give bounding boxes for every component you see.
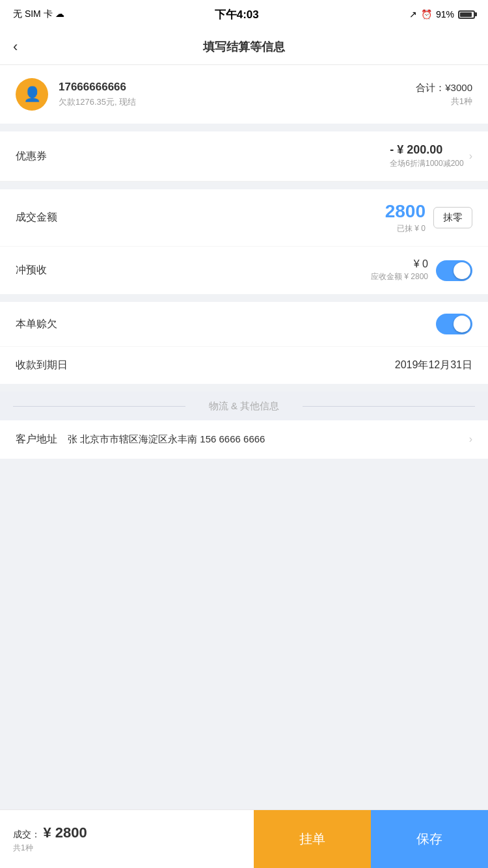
bottom-summary: 成交： ¥ 2800 共1种 <box>0 810 254 868</box>
gray-spacer <box>0 459 488 576</box>
debt-row: 本单赊欠 <box>0 302 488 347</box>
debt-toggle-knob <box>454 316 470 332</box>
transaction-amount: 2800 <box>385 201 426 222</box>
total-label: 合计：¥3000 <box>416 82 472 94</box>
customer-info: 17666666666 欠款1276.35元, 现结 <box>59 81 136 108</box>
transaction-label: 成交金额 <box>16 211 57 224</box>
bottom-summary-label: 成交： <box>13 829 40 839</box>
debt-toggle[interactable] <box>436 314 472 334</box>
debt-section: 本单赊欠 收款到期日 2019年12月31日 <box>0 302 488 384</box>
status-time: 下午4:03 <box>215 7 259 22</box>
total-count: 共1种 <box>416 96 472 107</box>
bottom-summary-amount: ¥ 2800 <box>43 824 87 841</box>
pre-receive-toggle[interactable] <box>436 260 472 281</box>
coupon-info: - ¥ 200.00 全场6折满1000减200 <box>390 143 463 169</box>
alarm-icon: ⏰ <box>421 9 432 20</box>
due-date-row: 收款到期日 2019年12月31日 <box>0 347 488 384</box>
transaction-right: 2800 已抹 ¥ 0 抹零 <box>385 201 472 234</box>
divider-line-right <box>303 406 475 407</box>
pre-amount: ¥ 0 <box>371 258 428 270</box>
coupon-amount: - ¥ 200.00 <box>390 143 463 157</box>
round-button[interactable]: 抹零 <box>433 207 472 228</box>
bottom-bar: 成交： ¥ 2800 共1种 挂单 保存 <box>0 809 488 868</box>
main-content: 👤 17666666666 欠款1276.35元, 现结 合计：¥3000 共1… <box>0 65 488 634</box>
pre-sub: 应收金额 ¥ 2800 <box>371 271 428 282</box>
sim-text: 无 SIM 卡 ☁ <box>13 8 64 20</box>
divider-text: 物流 & 其他信息 <box>209 400 279 413</box>
location-icon: ↗ <box>409 9 417 20</box>
coupon-desc: 全场6折满1000减200 <box>390 158 463 169</box>
coupon-right: - ¥ 200.00 全场6折满1000减200 › <box>390 143 472 169</box>
bottom-summary-count: 共1种 <box>13 843 241 854</box>
address-chevron-icon: › <box>469 433 472 445</box>
back-button[interactable]: ‹ <box>8 33 23 61</box>
coupon-chevron-icon: › <box>469 150 472 162</box>
customer-sub: 欠款1276.35元, 现结 <box>59 96 136 108</box>
address-row[interactable]: 客户地址 张 北京市市辖区海淀区永丰南 156 6666 6666 › <box>0 420 488 459</box>
bottom-summary-row: 成交： ¥ 2800 <box>13 824 241 841</box>
transaction-amount-col: 2800 已抹 ¥ 0 <box>385 201 426 234</box>
status-bar: 无 SIM 卡 ☁ 下午4:03 ↗ ⏰ 91% <box>0 0 488 29</box>
due-date-label: 收款到期日 <box>16 359 68 372</box>
pre-receive-right: ¥ 0 应收金额 ¥ 2800 <box>371 258 472 282</box>
pre-amount-col: ¥ 0 应收金额 ¥ 2800 <box>371 258 428 282</box>
status-left: 无 SIM 卡 ☁ <box>13 8 64 20</box>
coupon-row[interactable]: 优惠券 - ¥ 200.00 全场6折满1000减200 › <box>0 131 488 182</box>
avatar-icon: 👤 <box>23 86 41 103</box>
debt-label: 本单赊欠 <box>16 318 57 331</box>
transaction-section: 成交金额 2800 已抹 ¥ 0 抹零 冲预收 ¥ 0 应收金额 ¥ 2800 <box>0 189 488 294</box>
pre-receive-label: 冲预收 <box>16 264 47 277</box>
customer-right: 合计：¥3000 共1种 <box>416 82 472 107</box>
save-button[interactable]: 保存 <box>371 810 488 868</box>
address-value: 张 北京市市辖区海淀区永丰南 156 6666 6666 <box>68 432 464 447</box>
battery-icon <box>458 10 475 19</box>
battery-percent: 91% <box>436 9 454 20</box>
customer-phone: 17666666666 <box>59 81 136 94</box>
page-title: 填写结算等信息 <box>203 39 285 55</box>
already-zero: 已抹 ¥ 0 <box>385 223 426 234</box>
nav-bar: ‹ 填写结算等信息 <box>0 29 488 65</box>
toggle-knob <box>454 262 470 279</box>
pre-receive-row: 冲预收 ¥ 0 应收金额 ¥ 2800 <box>0 247 488 294</box>
customer-left: 👤 17666666666 欠款1276.35元, 现结 <box>16 78 136 111</box>
divider-line-left <box>13 406 185 407</box>
avatar: 👤 <box>16 78 48 111</box>
hang-button[interactable]: 挂单 <box>254 810 371 868</box>
battery-fill <box>460 12 472 17</box>
section-divider: 物流 & 其他信息 <box>0 392 488 420</box>
address-label: 客户地址 <box>16 433 57 446</box>
transaction-row: 成交金额 2800 已抹 ¥ 0 抹零 <box>0 189 488 247</box>
status-right: ↗ ⏰ 91% <box>409 9 475 20</box>
due-date-value: 2019年12月31日 <box>395 359 472 372</box>
coupon-label: 优惠券 <box>16 150 47 163</box>
customer-card: 👤 17666666666 欠款1276.35元, 现结 合计：¥3000 共1… <box>0 65 488 124</box>
